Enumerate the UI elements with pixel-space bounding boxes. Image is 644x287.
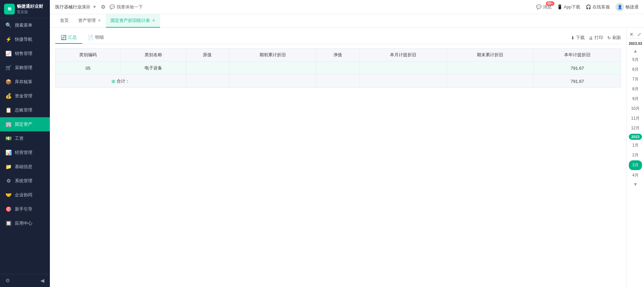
month-item-6[interactable]: 6月 <box>627 65 644 74</box>
total-label-cell: ⊞ 合计： <box>56 75 186 88</box>
total-period-end <box>447 75 534 88</box>
payroll-icon: 💵 <box>5 135 11 141</box>
month-item-10[interactable]: 10月 <box>627 104 644 114</box>
app-download-label: App下载 <box>564 4 580 10</box>
col-header-period-end: 期末累计折旧 <box>447 49 534 62</box>
tab-depreciation-report[interactable]: 固定资产折旧统计表 ✕ <box>106 14 160 28</box>
ledger-icon: 📋 <box>5 107 11 113</box>
tab-home-label: 首页 <box>60 18 69 24</box>
main-area: 医疗器械行业演示 ▼ ⚙ 💬 我要体验一下 💬 消息 99+ 📱 App下载 🎧… <box>50 0 644 287</box>
sidebar-collapse-button[interactable]: ◀ <box>40 278 44 284</box>
tab-asset-management[interactable]: 资产管理 ✕ <box>73 14 106 28</box>
month-item-4[interactable]: 4月 <box>627 170 644 180</box>
sidebar-item-sales[interactable]: 📈 销售管理 <box>0 46 50 61</box>
sidebar-item-quick-nav[interactable]: ⚡ 快捷导航 <box>0 32 50 46</box>
company-selector[interactable]: 医疗器械行业演示 ▼ <box>55 4 97 10</box>
sidebar-item-basic-info[interactable]: 📁 基础信息 <box>0 160 50 174</box>
sidebar-item-app-center[interactable]: 🔲 应用中心 <box>0 216 50 230</box>
guide-icon: 🎯 <box>5 206 11 212</box>
tab-depreciation-close[interactable]: ✕ <box>152 18 155 23</box>
tabs-bar: 首页 资产管理 ✕ 固定资产折旧统计表 ✕ <box>50 14 644 28</box>
month-item-3[interactable]: 3月 <box>629 160 642 170</box>
panel-close-button[interactable]: ✕ <box>630 32 634 37</box>
col-header-name: 类别名称 <box>121 49 186 62</box>
sidebar-item-operations[interactable]: 📊 经营管理 <box>0 146 50 160</box>
quick-nav-icon: ⚡ <box>5 36 11 42</box>
sidebar-logo: 畅 畅捷通好业财 普及版 <box>0 0 50 18</box>
total-original <box>186 75 229 88</box>
fixed-assets-icon: 🏢 <box>5 121 11 127</box>
system-icon: ⚙ <box>5 178 11 184</box>
sidebar-item-fixed-assets[interactable]: 🏢 固定资产 <box>0 117 50 131</box>
experience-label: 我要体验一下 <box>117 4 143 10</box>
basic-info-icon: 📁 <box>5 164 11 170</box>
month-item-2[interactable]: 2月 <box>627 150 644 160</box>
cell-annual: 791.67 <box>534 62 621 75</box>
month-item-1[interactable]: 1月 <box>627 140 644 150</box>
subtab-summary[interactable]: 🔄 汇总 <box>55 32 82 44</box>
col-header-monthly: 本月计提折旧 <box>359 49 447 62</box>
customer-service-button[interactable]: 🎧 在线客服 <box>586 4 610 10</box>
sidebar-item-system[interactable]: ⚙ 系统管理 <box>0 174 50 188</box>
experience-icon: 💬 <box>110 4 115 9</box>
app-logo-icon: 畅 <box>4 4 15 14</box>
app-download-icon: 📱 <box>557 4 562 9</box>
tab-home[interactable]: 首页 <box>55 14 73 28</box>
download-button[interactable]: ⬇ 下载 <box>571 35 585 41</box>
sidebar-item-purchase[interactable]: 🛒 采购管理 <box>0 61 50 75</box>
notifications-badge: 99+ <box>546 1 554 6</box>
sidebar-item-guide[interactable]: 🎯 新手引导 <box>0 202 50 216</box>
topbar-right: 💬 消息 99+ 📱 App下载 🎧 在线客服 👤 畅捷通 <box>536 3 639 11</box>
panel-expand-button[interactable]: ⤢ <box>637 32 641 37</box>
month-item-8[interactable]: 8月 <box>627 84 644 94</box>
experience-button[interactable]: 💬 我要体验一下 <box>110 4 143 10</box>
col-header-code: 类别编码 <box>56 49 121 62</box>
sidebar-item-label: 采购管理 <box>15 65 32 71</box>
sidebar-item-finance[interactable]: 💰 资金管理 <box>0 89 50 103</box>
app-title: 畅捷通好业财 <box>17 3 43 9</box>
sidebar-item-search[interactable]: 🔍 搜索菜单 <box>0 18 50 32</box>
summary-icon: 🔄 <box>61 35 66 40</box>
print-icon: 🖨 <box>589 35 593 40</box>
year-tag-2023: 2023 <box>629 134 642 140</box>
sidebar-item-payroll[interactable]: 💵 工资 <box>0 131 50 146</box>
app-download-button[interactable]: 📱 App下载 <box>557 4 580 10</box>
refresh-button[interactable]: ↻ 刷新 <box>607 35 621 41</box>
topbar-settings-button[interactable]: ⚙ <box>101 4 105 10</box>
subtabs: 🔄 汇总 📄 明细 ⬇ 下载 🖨 打印 <box>55 32 621 44</box>
total-initial-accum <box>229 75 316 88</box>
sidebar-item-label: 总账管理 <box>15 107 32 113</box>
col-header-initial-accum: 期初累计折旧 <box>229 49 316 62</box>
sidebar-item-inventory[interactable]: 📦 库存核算 <box>0 75 50 89</box>
month-item-9[interactable]: 9月 <box>627 94 644 104</box>
cell-name: 电子设备 <box>121 62 186 75</box>
tab-asset-close[interactable]: ✕ <box>98 18 101 23</box>
subtab-detail[interactable]: 📄 明细 <box>82 32 109 44</box>
user-label: 畅捷通 <box>625 4 639 10</box>
notifications-button[interactable]: 💬 消息 99+ <box>536 4 552 10</box>
cell-initial-accum <box>229 62 316 75</box>
col-header-annual: 本年计提折旧 <box>534 49 621 62</box>
cell-original <box>186 62 229 75</box>
col-header-net: 净值 <box>316 49 359 62</box>
month-item-11[interactable]: 11月 <box>627 114 644 123</box>
sidebar-item-ledger[interactable]: 📋 总账管理 <box>0 103 50 117</box>
total-row: ⊞ 合计： 791.67 <box>56 75 621 88</box>
sidebar-item-enterprise[interactable]: 🤝 企业协同 <box>0 188 50 202</box>
month-item-12[interactable]: 12月 <box>627 123 644 133</box>
cell-net <box>316 62 359 75</box>
print-button[interactable]: 🖨 打印 <box>589 35 603 41</box>
download-label: 下载 <box>576 35 585 41</box>
panel-prev-button[interactable]: ▲ <box>632 47 639 55</box>
sidebar-menu: 🔍 搜索菜单 ⚡ 快捷导航 📈 销售管理 🛒 采购管理 📦 库存核算 💰 资金管… <box>0 18 50 274</box>
sidebar-item-label: 经营管理 <box>15 150 32 156</box>
sidebar-item-label: 系统管理 <box>15 178 32 184</box>
month-item-5[interactable]: 5月 <box>627 55 644 65</box>
sidebar-item-label: 销售管理 <box>15 51 32 57</box>
month-item-7[interactable]: 7月 <box>627 74 644 84</box>
company-name: 医疗器械行业演示 <box>55 4 90 10</box>
panel-next-button[interactable]: ▼ <box>632 180 639 188</box>
subtab-detail-label: 明细 <box>95 34 104 40</box>
sidebar-settings-button[interactable]: ⚙ <box>5 278 10 284</box>
user-menu-button[interactable]: 👤 畅捷通 <box>615 3 639 11</box>
